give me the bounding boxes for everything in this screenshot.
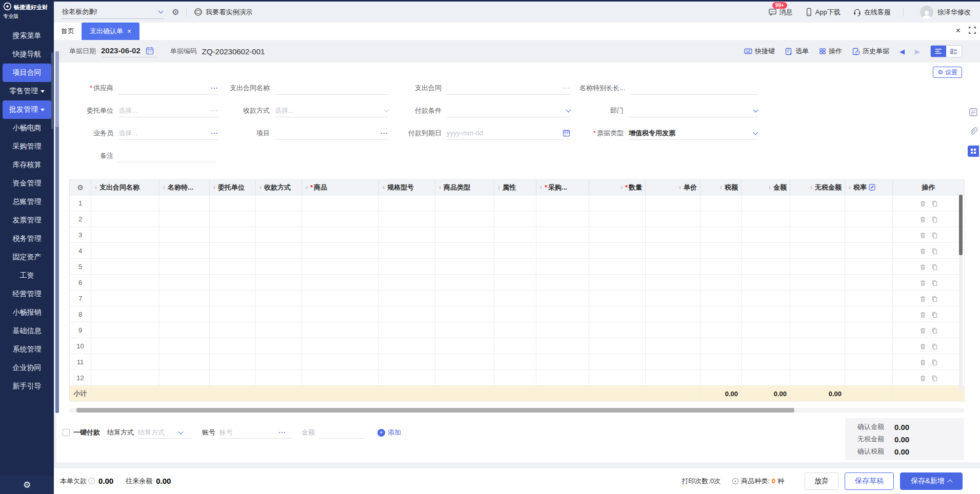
sidebar-item-小畅电商[interactable]: 小畅电商 xyxy=(3,119,51,137)
grid-cell[interactable] xyxy=(790,370,845,386)
account-settings-gear-icon[interactable]: ⚙ xyxy=(172,7,179,17)
ellipsis-picker-icon[interactable]: ··· xyxy=(563,85,570,91)
settings-button[interactable]: ⚙ 设置 xyxy=(933,67,962,78)
grid-cell[interactable] xyxy=(210,275,256,291)
grid-cell[interactable] xyxy=(589,306,646,322)
department-input[interactable] xyxy=(629,107,752,114)
grid-horizontal-scrollbar[interactable] xyxy=(69,408,964,413)
grid-cell[interactable] xyxy=(210,211,256,227)
grid-cell[interactable] xyxy=(701,291,742,306)
sidebar-item-采购管理[interactable]: 采购管理 xyxy=(3,137,51,156)
attachment-icon[interactable] xyxy=(969,127,978,137)
copy-row-icon[interactable] xyxy=(931,248,938,255)
sidebar-item-新手引导[interactable]: 新手引导 xyxy=(3,377,51,396)
sort-icon[interactable]: ▲▼ xyxy=(810,186,813,190)
copy-row-icon[interactable] xyxy=(931,312,938,318)
grid-cell[interactable] xyxy=(742,370,790,386)
grid-cell[interactable] xyxy=(302,227,379,243)
copy-row-icon[interactable] xyxy=(931,296,938,302)
ellipsis-picker-icon[interactable]: ··· xyxy=(278,429,286,436)
grid-cell[interactable] xyxy=(494,370,536,386)
grid-cell[interactable] xyxy=(845,211,893,227)
grid-cell[interactable] xyxy=(646,322,701,338)
sort-icon[interactable]: ▲▼ xyxy=(848,186,851,190)
grid-cell[interactable] xyxy=(494,338,536,354)
grid-cell[interactable] xyxy=(845,370,893,386)
grid-cell[interactable] xyxy=(302,354,379,370)
grid-cell[interactable] xyxy=(302,338,379,354)
online-service-button[interactable]: 在线客服 xyxy=(853,8,891,17)
grid-cell[interactable] xyxy=(256,195,302,211)
grid-cell[interactable] xyxy=(845,354,893,370)
sidebar-item-经营管理[interactable]: 经营管理 xyxy=(3,285,51,303)
grid-cell[interactable] xyxy=(742,259,790,275)
grid-cell[interactable] xyxy=(790,259,845,275)
sidebar-item-税务管理[interactable]: 税务管理 xyxy=(3,230,51,248)
sidebar-item-系统管理[interactable]: 系统管理 xyxy=(3,340,51,359)
sort-icon[interactable]: ▲▼ xyxy=(620,186,623,190)
delete-row-icon[interactable] xyxy=(919,359,926,366)
grid-cell[interactable] xyxy=(302,211,379,227)
sort-icon[interactable]: ▲▼ xyxy=(678,186,682,190)
sidebar-item-库存核算[interactable]: 库存核算 xyxy=(3,156,51,174)
grid-cell[interactable] xyxy=(210,370,256,386)
grid-cell[interactable] xyxy=(790,322,845,338)
next-doc-arrow[interactable]: ▶ xyxy=(915,48,920,55)
grid-cell[interactable] xyxy=(494,243,536,259)
collect-method-input[interactable] xyxy=(275,107,383,114)
sort-icon[interactable]: ▲▼ xyxy=(305,186,308,190)
grid-cell[interactable] xyxy=(589,243,646,259)
grid-cell[interactable] xyxy=(159,259,210,275)
calendar-icon[interactable] xyxy=(563,129,570,137)
grid-cell[interactable] xyxy=(302,243,379,259)
grid-cell[interactable] xyxy=(536,291,589,306)
project-input[interactable] xyxy=(275,129,378,137)
grid-cell[interactable] xyxy=(210,243,256,259)
sort-icon[interactable]: ▲▼ xyxy=(382,186,385,190)
grid-cell[interactable] xyxy=(435,259,494,275)
delete-row-icon[interactable] xyxy=(919,296,926,302)
grid-cell[interactable] xyxy=(790,306,845,322)
grid-cell[interactable] xyxy=(790,338,845,354)
grid-cell[interactable] xyxy=(646,211,701,227)
grid-cell[interactable] xyxy=(159,291,210,306)
grid-cell[interactable] xyxy=(256,227,302,243)
supplier-input[interactable] xyxy=(118,84,209,92)
long-name-input[interactable] xyxy=(630,84,757,92)
sidebar-item-批发管理[interactable]: 批发管理 xyxy=(3,100,51,119)
grid-cell[interactable] xyxy=(790,354,845,370)
grid-cell[interactable] xyxy=(536,354,589,370)
grid-cell[interactable] xyxy=(646,306,701,322)
grid-cell[interactable] xyxy=(701,306,742,322)
info-icon[interactable]: i xyxy=(88,478,95,484)
sort-icon[interactable]: ▲▼ xyxy=(539,186,543,190)
grid-cell[interactable] xyxy=(790,195,845,211)
due-date-input[interactable] xyxy=(447,129,561,137)
sidebar-item-零售管理[interactable]: 零售管理 xyxy=(3,82,51,100)
onekey-pay-checkbox[interactable] xyxy=(63,429,70,436)
grid-cell[interactable] xyxy=(701,370,742,386)
grid-cell[interactable] xyxy=(701,259,742,275)
doc-date-picker[interactable]: 2023-06-02 xyxy=(101,45,157,57)
shortcut-keys-button[interactable]: 快捷键 xyxy=(744,47,775,56)
demo-link[interactable]: 我要看实例演示 xyxy=(194,8,252,17)
grid-cell[interactable] xyxy=(742,322,790,338)
grid-cell[interactable] xyxy=(589,291,646,306)
grid-cell[interactable] xyxy=(701,227,742,243)
grid-cell[interactable] xyxy=(742,211,790,227)
avatar[interactable] xyxy=(920,6,933,19)
grid-cell[interactable] xyxy=(256,259,302,275)
grid-cell[interactable] xyxy=(256,322,302,338)
ellipsis-picker-icon[interactable]: ··· xyxy=(211,108,218,114)
grid-cell[interactable] xyxy=(845,291,893,306)
delete-row-icon[interactable] xyxy=(919,232,926,239)
grid-cell[interactable] xyxy=(845,306,893,322)
card-view-toggle[interactable] xyxy=(946,46,962,57)
delete-row-icon[interactable] xyxy=(919,264,926,271)
grid-cell[interactable] xyxy=(379,275,435,291)
chevron-down-icon[interactable] xyxy=(567,110,570,112)
grid-cell[interactable] xyxy=(536,322,589,338)
grid-cell[interactable] xyxy=(256,306,302,322)
grid-cell[interactable] xyxy=(159,306,210,322)
sidebar-item-搜索菜单[interactable]: 搜索菜单 xyxy=(3,27,51,45)
